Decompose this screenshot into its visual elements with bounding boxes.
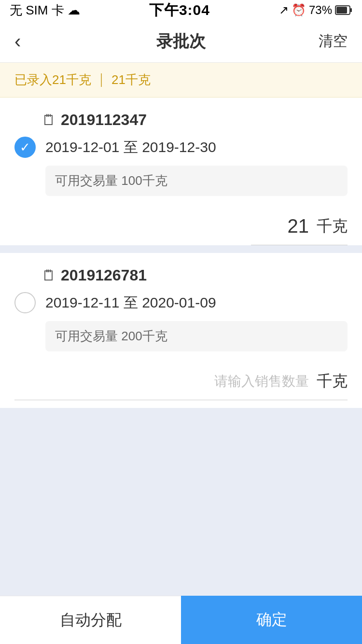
batch-1-id-row: 🗒 2019112347 [14, 111, 348, 129]
batch-2-card: 🗒 2019126781 2019-12-11 至 2020-01-09 可用交… [0, 253, 362, 361]
batch-2-input-placeholder: 请输入销售数量 [214, 372, 309, 391]
status-time: 下午3:04 [149, 0, 210, 20]
status-right: ↗ ⏰ 73% [279, 3, 352, 17]
recorded-value: 21千克 [111, 71, 151, 88]
batch-2-date: 2019-12-11 至 2020-01-09 [45, 293, 216, 313]
gps-icon: ↗ [279, 3, 289, 17]
recorded-label: 已录入21千克 [14, 71, 91, 88]
batch-2-available: 可用交易量 200千克 [45, 321, 348, 351]
banner-divider [101, 73, 102, 87]
batch-2-radio[interactable] [14, 292, 36, 313]
batch-2-id-icon: 🗒 [42, 267, 56, 284]
batch-2-unit: 千克 [317, 371, 348, 392]
batch-1-quantity-section: 千克 [0, 206, 362, 245]
batch-1-quantity-row: 千克 [0, 206, 362, 245]
svg-rect-1 [336, 7, 347, 14]
clear-button[interactable]: 清空 [319, 31, 348, 51]
batch-1-radio[interactable]: ✓ [14, 137, 36, 158]
bottom-bar: 自动分配 确定 [0, 596, 362, 644]
batch-1-available: 可用交易量 100千克 [45, 166, 348, 196]
section-separator [0, 245, 362, 253]
svg-rect-2 [350, 8, 352, 12]
nav-bar: ‹ 录批次 清空 [0, 20, 362, 63]
confirm-button[interactable]: 确定 [181, 596, 362, 644]
batch-1-id: 2019112347 [61, 111, 147, 129]
page-title: 录批次 [156, 30, 206, 53]
no-sim-label: 无 SIM 卡 ☁ [10, 2, 80, 19]
batch-1-quantity-input[interactable] [251, 215, 309, 237]
auto-distribute-button[interactable]: 自动分配 [0, 596, 181, 644]
check-icon: ✓ [20, 140, 30, 155]
alarm-icon: ⏰ [292, 3, 306, 17]
batch-1-card: 🗒 2019112347 ✓ 2019-12-01 至 2019-12-30 可… [0, 98, 362, 206]
batch-2-date-row: 2019-12-11 至 2020-01-09 [14, 292, 348, 313]
status-bar: 无 SIM 卡 ☁ 下午3:04 ↗ ⏰ 73% [0, 0, 362, 20]
battery-icon [335, 5, 352, 15]
status-left: 无 SIM 卡 ☁ [10, 2, 80, 19]
batch-2-quantity-section: 请输入销售数量 千克 [0, 361, 362, 408]
batch-2-id: 2019126781 [61, 266, 147, 284]
batch-1-unit: 千克 [317, 216, 348, 237]
back-button[interactable]: ‹ [14, 30, 43, 52]
batch-2-input-row: 请输入销售数量 千克 [0, 361, 362, 400]
batch-1-date-row: ✓ 2019-12-01 至 2019-12-30 [14, 137, 348, 158]
batch-2-id-row: 🗒 2019126781 [14, 266, 348, 284]
battery-label: 73% [309, 3, 332, 17]
batch-1-date: 2019-12-01 至 2019-12-30 [45, 138, 216, 157]
batch-1-id-icon: 🗒 [42, 112, 56, 128]
info-banner: 已录入21千克 21千克 [0, 63, 362, 98]
